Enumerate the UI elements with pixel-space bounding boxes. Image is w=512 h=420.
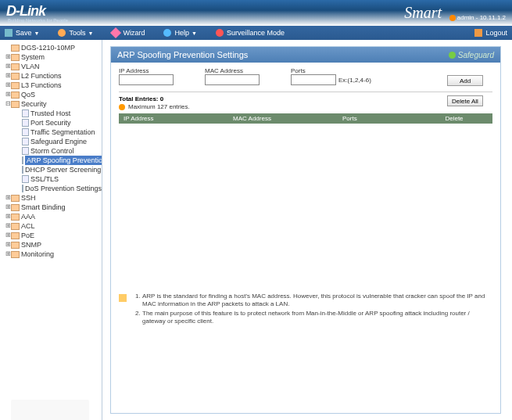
tree-l2[interactable]: ⊞L2 Functions — [3, 71, 100, 81]
save-icon — [5, 29, 13, 37]
page-icon — [22, 138, 29, 145]
tree-arp-spoofing[interactable]: ARP Spoofing Prevention — [12, 156, 100, 165]
notes: ARP is the standard for finding a host's… — [119, 293, 492, 327]
max-entries: Maximum 127 entries. — [128, 103, 190, 110]
tree-qos[interactable]: ⊞QoS — [3, 90, 100, 99]
chevron-down-icon: ▼ — [88, 31, 93, 36]
folder-icon — [11, 242, 20, 249]
tree-port-security[interactable]: Port Security — [12, 118, 100, 127]
device-image — [11, 400, 89, 420]
folder-icon — [11, 204, 20, 211]
wizard-icon — [110, 27, 121, 38]
tree-vlan[interactable]: ⊞VLAN — [3, 62, 100, 71]
safeguard-badge: Safeguard — [449, 51, 494, 59]
folder-icon — [11, 214, 20, 221]
mac-label: MAC Address — [205, 67, 260, 74]
add-button[interactable]: Add — [447, 75, 483, 86]
page-icon — [22, 109, 29, 117]
tree-safeguard[interactable]: Safeguard Engine — [12, 137, 100, 146]
page-icon — [22, 128, 29, 136]
tree-trusted-host[interactable]: Trusted Host — [12, 109, 100, 118]
tree-l3[interactable]: ⊞L3 Functions — [3, 81, 100, 90]
panel: ARP Spoofing Prevention Settings Safegua… — [110, 46, 501, 414]
folder-icon — [11, 45, 20, 52]
folder-icon — [11, 195, 20, 202]
mac-input[interactable] — [205, 74, 260, 85]
ports-input[interactable] — [291, 74, 336, 85]
grid-header: IP Address MAC Address Ports Delete — [119, 113, 492, 124]
folder-icon — [11, 54, 20, 61]
panel-title: ARP Spoofing Prevention Settings — [117, 50, 248, 59]
help-icon — [163, 29, 171, 37]
user-icon — [449, 15, 456, 21]
ports-example: Ex:(1,2,4-6) — [338, 77, 371, 84]
ip-input[interactable] — [119, 74, 174, 85]
folder-icon — [11, 223, 20, 230]
tree-ssl-tls[interactable]: SSL/TLS — [12, 174, 100, 184]
surveillance-button[interactable]: Surveillance Mode — [216, 29, 285, 37]
delete-all-button[interactable]: Delete All — [447, 95, 483, 106]
tree-acl[interactable]: ⊞ACL — [3, 221, 100, 231]
folder-icon — [11, 101, 20, 108]
tree-security[interactable]: ⊟Security — [3, 99, 100, 109]
logo: D-Link Building Networks for People — [6, 3, 68, 23]
surveillance-icon — [216, 29, 224, 37]
note-2: The main purpose of this feature is to p… — [142, 310, 492, 325]
col-mac: MAC Address — [228, 115, 338, 122]
ip-label: IP Address — [119, 67, 174, 74]
folder-icon — [11, 73, 20, 80]
tree-system[interactable]: ⊞System — [3, 52, 100, 62]
header: D-Link Building Networks for People Smar… — [0, 0, 512, 26]
warn-icon — [119, 104, 125, 110]
tree-ssh[interactable]: ⊞SSH — [3, 193, 100, 203]
tree-snmp[interactable]: ⊞SNMP — [3, 240, 100, 249]
page-icon — [22, 185, 23, 192]
wizard-button[interactable]: Wizard — [112, 29, 145, 37]
ports-label: Ports — [291, 67, 371, 74]
chevron-down-icon: ▼ — [34, 31, 40, 36]
main: ARP Spoofing Prevention Settings Safegua… — [102, 40, 512, 420]
toolbar: Save▼ Tools▼ Wizard Help▼ Surveillance M… — [0, 26, 512, 40]
logout-icon — [474, 29, 482, 37]
col-ports: Ports — [338, 115, 416, 122]
chevron-down-icon: ▼ — [192, 31, 197, 36]
tree-aaa[interactable]: ⊞AAA — [3, 212, 100, 221]
tree-dos[interactable]: DoS Prevention Settings — [12, 184, 100, 193]
page-icon — [22, 156, 23, 164]
folder-icon — [11, 92, 20, 99]
smart-logo: Smart — [404, 4, 442, 22]
tools-icon — [58, 29, 66, 37]
tree-traffic-seg[interactable]: Traffic Segmentation — [12, 127, 100, 137]
tree-dhcp-screening[interactable]: DHCP Server Screening — [12, 165, 100, 174]
panel-header: ARP Spoofing Prevention Settings Safegua… — [111, 47, 500, 63]
tree-storm[interactable]: Storm Control — [12, 146, 100, 156]
col-delete: Delete — [416, 115, 492, 122]
tree-device[interactable]: DGS-1210-10MP — [3, 43, 100, 52]
note-icon — [119, 294, 127, 302]
sidebar: DGS-1210-10MP ⊞System ⊞VLAN ⊞L2 Function… — [0, 40, 102, 420]
logout-button[interactable]: Logout — [474, 29, 507, 37]
tools-menu[interactable]: Tools▼ — [58, 29, 93, 37]
safeguard-icon — [449, 52, 456, 59]
tree-poe[interactable]: ⊞PoE — [3, 231, 100, 240]
admin-label: admin - 10.11.1.2 — [449, 14, 506, 21]
tree-monitoring[interactable]: ⊞Monitoring — [3, 249, 100, 259]
folder-icon — [11, 82, 20, 89]
note-1: ARP is the standard for finding a host's… — [142, 293, 492, 308]
folder-icon — [11, 251, 20, 258]
col-ip: IP Address — [119, 115, 228, 122]
help-menu[interactable]: Help▼ — [163, 29, 196, 37]
tree-smart-binding[interactable]: ⊞Smart Binding — [3, 203, 100, 212]
page-icon — [22, 147, 29, 155]
folder-icon — [11, 232, 20, 239]
folder-icon — [11, 63, 20, 70]
total-entries: Total Entries: 0 — [119, 95, 492, 102]
page-icon — [22, 119, 29, 127]
save-menu[interactable]: Save▼ — [5, 29, 39, 37]
page-icon — [22, 175, 29, 183]
page-icon — [22, 166, 23, 174]
nav-tree: DGS-1210-10MP ⊞System ⊞VLAN ⊞L2 Function… — [3, 43, 100, 259]
